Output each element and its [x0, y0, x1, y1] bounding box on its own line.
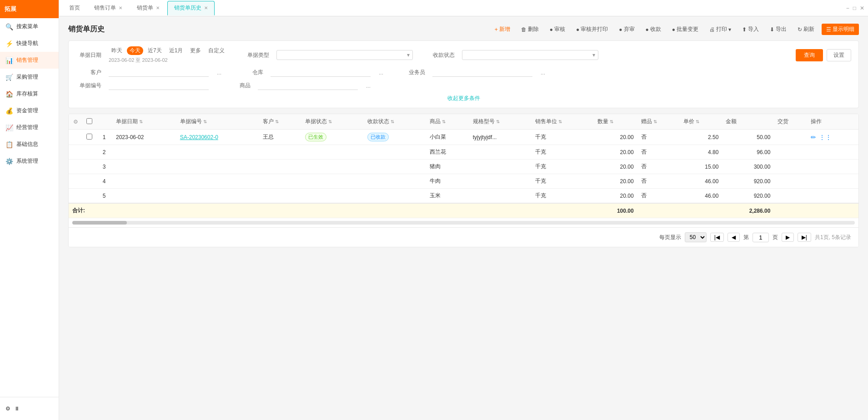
export-button[interactable]: ⬇ 导出: [766, 24, 790, 35]
refresh-button[interactable]: ↻ 刷新: [794, 24, 818, 35]
checkbox-cell: [82, 189, 96, 204]
docstatus-col-header[interactable]: 单据状态 ⇅: [301, 114, 364, 130]
tab-sales-history[interactable]: 销货单历史 ✕: [167, 1, 215, 15]
sidebar-item-sales-mgmt[interactable]: 📊 销售管理: [0, 52, 59, 69]
salesunit-col-header[interactable]: 销售单位 ⇅: [532, 114, 594, 130]
goods-label: 商品: [225, 82, 251, 90]
today-btn[interactable]: 今天: [127, 46, 143, 55]
goods-col-header[interactable]: 商品 ⇅: [426, 114, 469, 130]
table-row: 3 猪肉 千克 20.00 否 15.00 300.00: [69, 160, 858, 174]
spec-col-header[interactable]: 规格型号 ⇅: [469, 114, 532, 130]
sidebar-item-search-menu[interactable]: 🔍 搜索菜单: [0, 18, 59, 35]
sidebar-item-settings-bottom[interactable]: ⚙ ⏸: [0, 401, 59, 416]
customer-col-header[interactable]: 客户 ⇅: [259, 114, 301, 130]
more-action-icon[interactable]: ⋮⋮: [819, 134, 832, 141]
salesperson-ellipsis[interactable]: ...: [541, 70, 545, 76]
purchase-mgmt-icon: 🛒: [5, 74, 13, 81]
docno-cell: [176, 174, 259, 189]
customer-cell: [259, 174, 301, 189]
unitprice-col-header[interactable]: 单价 ⇅: [680, 114, 722, 130]
new-button[interactable]: + 新增: [491, 24, 514, 35]
tab-home[interactable]: 首页: [63, 1, 86, 15]
quantity-col-header[interactable]: 数量 ⇅: [594, 114, 637, 130]
salesperson-input[interactable]: [432, 68, 532, 77]
delete-button[interactable]: 🗑 删除: [517, 24, 542, 35]
tab-sales-order[interactable]: 销售订单 ✕: [87, 1, 129, 15]
tab-sales-delivery[interactable]: 销货单 ✕: [130, 1, 166, 15]
status-select[interactable]: ▾: [462, 50, 598, 60]
per-page-select[interactable]: 50: [685, 232, 707, 242]
collect-button[interactable]: ● 收款: [642, 24, 665, 35]
per-page-label: 每页显示: [659, 234, 681, 241]
gift-col-header[interactable]: 赠品 ⇅: [637, 114, 680, 130]
more-date-btn[interactable]: 更多: [187, 46, 204, 55]
yesterday-btn[interactable]: 昨天: [109, 46, 125, 55]
last-page-btn[interactable]: ▶|: [798, 233, 811, 242]
query-button[interactable]: 查询: [796, 49, 823, 61]
sidebar-item-quick-nav[interactable]: ⚡ 快捷导航: [0, 35, 59, 52]
7days-btn[interactable]: 近7天: [145, 46, 165, 55]
select-all-checkbox[interactable]: [86, 118, 92, 124]
tab-close-sales-delivery[interactable]: ✕: [156, 5, 160, 10]
docno-col-header[interactable]: 单据编号 ⇅: [176, 114, 259, 130]
next-page-btn[interactable]: ▶: [782, 233, 794, 242]
import-icon: ⬆: [742, 26, 747, 33]
batch-change-button[interactable]: ● 批量变更: [668, 24, 702, 35]
sidebar-item-operations-mgmt[interactable]: 📈 经营管理: [0, 119, 59, 136]
sidebar-item-label: 系统管理: [16, 157, 38, 165]
paystatus-col-header[interactable]: 收款状态 ⇅: [364, 114, 426, 130]
date-col-header[interactable]: 单据日期 ⇅: [112, 114, 176, 130]
filter-actions: 查询 设置: [796, 49, 851, 61]
edit-icon[interactable]: ✏: [811, 134, 816, 141]
audit-button[interactable]: ● 审核: [546, 24, 569, 35]
sidebar-item-label: 采购管理: [16, 73, 38, 81]
checkbox-col-header: [82, 114, 96, 130]
filter-more-btn[interactable]: 收起更多条件: [447, 95, 480, 102]
audit-print-button[interactable]: ● 审核并打印: [572, 24, 612, 35]
toolbar: + 新增 🗑 删除 ● 审核 ● 审核并打印 ● 弃审: [491, 24, 859, 35]
sidebar-item-capital-mgmt[interactable]: 💰 资金管理: [0, 102, 59, 119]
gift-cell: 否: [637, 145, 680, 160]
filter-area: 单据日期 昨天 今天 近7天 近1月 更多 自定义 2023-06-02 至 2…: [68, 40, 859, 108]
filter-row-2: 客户 ... 仓库 ... 业务员 ...: [76, 68, 851, 77]
type-select[interactable]: ▾: [276, 50, 413, 60]
print-button[interactable]: 🖨 打印 ▾: [706, 24, 735, 35]
date-cell: [112, 189, 176, 204]
window-close-icon[interactable]: ✕: [860, 5, 864, 11]
display-btn[interactable]: ☰ 显示明细: [822, 24, 859, 35]
goods-cell: 西兰花: [426, 145, 469, 160]
tab-close-sales-history[interactable]: ✕: [204, 5, 208, 10]
sidebar-item-purchase-mgmt[interactable]: 🛒 采购管理: [0, 69, 59, 85]
sidebar-item-inventory[interactable]: 🏠 库存核算: [0, 85, 59, 102]
num-cell: 4: [96, 174, 112, 189]
goods-input[interactable]: [258, 81, 358, 90]
abandon-button[interactable]: ● 弃审: [615, 24, 638, 35]
setting-button[interactable]: 设置: [827, 49, 851, 61]
horizontal-scrollbar[interactable]: [72, 221, 855, 225]
prev-page-btn[interactable]: ◀: [728, 233, 740, 242]
type-filter-label: 单据类型: [244, 51, 269, 59]
window-minimize-icon[interactable]: −: [846, 5, 849, 11]
first-page-btn[interactable]: |◀: [710, 233, 724, 242]
tab-close-sales-order[interactable]: ✕: [119, 5, 122, 10]
docno-cell: SA-20230602-0: [176, 130, 259, 145]
customer-ellipsis[interactable]: ...: [217, 70, 221, 76]
row-checkbox[interactable]: [86, 134, 92, 140]
custom-date-btn[interactable]: 自定义: [206, 46, 227, 55]
goods-ellipsis[interactable]: ...: [366, 83, 371, 89]
settings-col-header[interactable]: ⚙: [69, 114, 82, 130]
sidebar-item-basic-info[interactable]: 📋 基础信息: [0, 136, 59, 153]
sidebar-item-system-mgmt[interactable]: ⚙️ 系统管理: [0, 153, 59, 170]
page-content: 销货单历史 + 新增 🗑 删除 ● 审核 ● 审核并打印: [59, 16, 868, 420]
date-cell: [112, 145, 176, 160]
import-button[interactable]: ⬆ 导入: [738, 24, 763, 35]
customer-input[interactable]: [109, 68, 209, 77]
docnum-input[interactable]: [109, 81, 209, 90]
window-maximize-icon[interactable]: □: [853, 5, 856, 11]
warehouse-ellipsis[interactable]: ...: [379, 70, 383, 76]
warehouse-input[interactable]: [271, 68, 371, 77]
page-input[interactable]: [753, 233, 769, 242]
docno-link[interactable]: SA-20230602-0: [180, 134, 218, 140]
1month-btn[interactable]: 近1月: [166, 46, 186, 55]
amount-cell: 920.00: [722, 174, 774, 189]
